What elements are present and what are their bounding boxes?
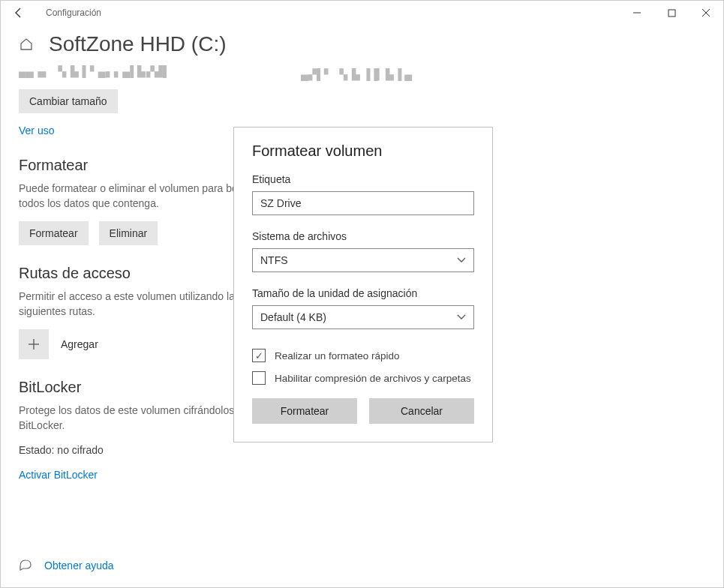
home-icon[interactable] — [19, 37, 34, 52]
view-usage-link[interactable]: Ver uso — [19, 124, 54, 136]
quick-format-label: Realizar un formateo rápido — [275, 350, 400, 362]
filesystem-field-label: Sistema de archivos — [252, 230, 474, 242]
storage-free-text: ▄▞▌▘ ▝▖▙ ▐▐▎▙▐ ▄ — [301, 68, 412, 80]
dialog-cancel-button[interactable]: Cancelar — [369, 398, 474, 424]
label-field-label: Etiqueta — [252, 173, 474, 185]
label-input[interactable] — [252, 191, 474, 215]
add-path-button[interactable] — [19, 329, 49, 359]
quick-format-checkbox[interactable] — [252, 349, 266, 362]
filesystem-value: NTFS — [260, 254, 288, 266]
allocation-field-label: Tamaño de la unidad de asignación — [252, 287, 474, 299]
titlebar: Configuración — [1, 1, 723, 25]
chevron-down-icon — [457, 255, 466, 266]
close-button[interactable] — [689, 1, 723, 25]
format-button[interactable]: Formatear — [19, 221, 89, 245]
delete-button[interactable]: Eliminar — [99, 221, 158, 245]
minimize-button[interactable] — [620, 1, 654, 25]
help-bar: Obtener ayuda — [19, 557, 114, 574]
add-path-label: Agregar — [61, 338, 98, 350]
compression-checkbox[interactable] — [252, 371, 266, 385]
help-icon — [19, 557, 32, 574]
window-title: Configuración — [46, 8, 101, 18]
compression-label: Habilitar compresión de archivos y carpe… — [275, 373, 471, 384]
svg-rect-1 — [668, 10, 675, 16]
header: SoftZone HHD (C:) — [1, 25, 723, 62]
maximize-button[interactable] — [654, 1, 689, 25]
allocation-select[interactable]: Default (4 KB) — [252, 305, 474, 329]
format-volume-dialog: Formatear volumen Etiqueta Sistema de ar… — [233, 127, 493, 442]
dialog-title: Formatear volumen — [252, 142, 474, 160]
allocation-value: Default (4 KB) — [260, 311, 326, 323]
back-button[interactable] — [7, 1, 31, 25]
filesystem-select[interactable]: NTFS — [252, 248, 474, 272]
bitlocker-state: Estado: no cifrado — [19, 444, 705, 456]
change-size-button[interactable]: Cambiar tamaño — [19, 89, 118, 113]
dialog-format-button[interactable]: Formatear — [252, 398, 357, 424]
page-title: SoftZone HHD (C:) — [49, 32, 227, 56]
chevron-down-icon — [457, 312, 466, 322]
get-help-link[interactable]: Obtener ayuda — [44, 560, 114, 572]
activate-bitlocker-link[interactable]: Activar BitLocker — [19, 469, 98, 481]
